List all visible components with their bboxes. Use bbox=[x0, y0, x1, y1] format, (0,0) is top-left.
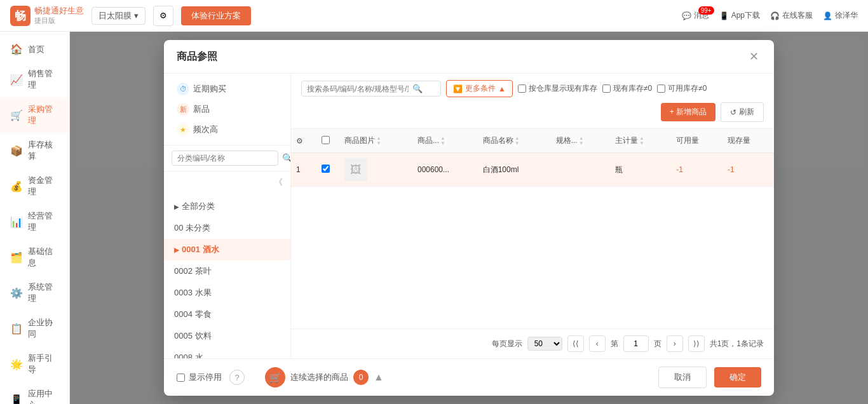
guide-icon: 🌟 bbox=[10, 358, 23, 370]
msg-icon-item[interactable]: 💬 消息 99+ bbox=[682, 10, 709, 21]
table-body: 1 🖼 000600... 白酒100ml bbox=[291, 153, 774, 187]
sort-code[interactable]: 商品... ▲▼ bbox=[417, 135, 473, 146]
cat-0002[interactable]: 0002 茶叶 bbox=[164, 260, 290, 282]
app-download-item[interactable]: 📱 App下载 bbox=[719, 10, 760, 21]
sidebar-item-guide[interactable]: 🌟 新手引导 bbox=[0, 346, 69, 382]
branch-selector[interactable]: 日太阳膜 ▾ bbox=[92, 7, 146, 25]
recent-purchase[interactable]: ⏱ 近期购买 bbox=[172, 79, 283, 99]
logo-icon: 畅 bbox=[10, 6, 31, 26]
modal-close-button[interactable]: ✕ bbox=[746, 49, 761, 64]
td-unit: 瓶 bbox=[610, 153, 671, 187]
trial-btn[interactable]: 体验行业方案 bbox=[181, 6, 251, 25]
category-search-input[interactable] bbox=[172, 151, 278, 166]
product-table: ⚙ 商品图片 ▲▼ bbox=[291, 129, 774, 328]
quick-access: ⏱ 近期购买 新 新品 ★ 频次高 bbox=[164, 74, 290, 145]
cat-0003[interactable]: 0003 水果 bbox=[164, 282, 290, 304]
td-index: 1 bbox=[291, 153, 316, 187]
sort-spec[interactable]: 规格... ▲▼ bbox=[556, 135, 605, 146]
sort-image[interactable]: 商品图片 ▲▼ bbox=[344, 135, 407, 146]
cat-0001[interactable]: ▶ 0001 酒水 bbox=[164, 239, 290, 260]
select-all-checkbox[interactable] bbox=[322, 136, 330, 144]
th-name: 商品名称 ▲▼ bbox=[478, 129, 551, 153]
category-list: ▶ 全部分类 00 未分类 ▶ 0001 酒水 0002 茶 bbox=[164, 193, 290, 358]
product-panel: 🔍 🔽 更多条件 ▲ 按仓库显示现有库存 bbox=[291, 74, 774, 358]
chevron-down-icon: ▾ bbox=[134, 11, 139, 20]
sidebar-item-purchase[interactable]: 🛒 采购管理 bbox=[0, 97, 69, 133]
td-code: 000600... bbox=[412, 153, 478, 187]
new-products[interactable]: 新 新品 bbox=[172, 99, 283, 119]
user-avatar: 👤 bbox=[823, 11, 832, 20]
chevron-up-icon: ▲ bbox=[498, 84, 506, 93]
prev-page-btn[interactable]: ‹ bbox=[589, 335, 606, 352]
warehouse-stock-checkbox[interactable]: 按仓库显示现有库存 bbox=[518, 83, 597, 94]
sidebar-item-finance[interactable]: 💰 资金管理 bbox=[0, 168, 69, 204]
product-search-input[interactable] bbox=[307, 84, 409, 93]
refresh-btn[interactable]: ↺ 刷新 bbox=[721, 102, 764, 122]
enterprise-icon: 📋 bbox=[10, 323, 23, 335]
th-stock: 现存量 bbox=[722, 129, 774, 153]
settings-icon[interactable]: ⚙ bbox=[296, 137, 303, 145]
sidebar-item-enterprise[interactable]: 📋 企业协同 bbox=[0, 311, 69, 346]
th-code: 商品... ▲▼ bbox=[412, 129, 478, 153]
collapse-cart-icon[interactable]: ▲ bbox=[374, 372, 384, 383]
sidebar-item-app-center[interactable]: 📱 应用中心 bbox=[0, 382, 69, 404]
gear-button[interactable]: ⚙ bbox=[153, 6, 173, 26]
product-search-icon[interactable]: 🔍 bbox=[412, 84, 423, 93]
th-image: 商品图片 ▲▼ bbox=[339, 129, 412, 153]
nonzero-stock-checkbox[interactable]: 现有库存≠0 bbox=[602, 83, 652, 94]
td-spec bbox=[551, 153, 610, 187]
products-table-element: ⚙ 商品图片 ▲▼ bbox=[291, 129, 774, 187]
cart-icon[interactable]: 🛒 bbox=[265, 367, 285, 387]
category-search: 🔍 bbox=[164, 145, 290, 172]
sidebar-item-basic-info[interactable]: 🗂️ 基础信息 bbox=[0, 239, 69, 275]
page-label: 第 bbox=[611, 339, 618, 349]
td-checkbox[interactable] bbox=[316, 153, 339, 187]
cat-all[interactable]: ▶ 全部分类 bbox=[164, 196, 290, 217]
user-label: 徐泽华 bbox=[835, 10, 858, 21]
service-item[interactable]: 🎧 在线客服 bbox=[770, 10, 813, 21]
th-unit: 主计量 ▲▼ bbox=[610, 129, 671, 153]
sidebar-item-system[interactable]: ⚙️ 系统管理 bbox=[0, 275, 69, 311]
th-available: 可用量 bbox=[671, 129, 722, 153]
product-toolbar: 🔍 🔽 更多条件 ▲ 按仓库显示现有库存 bbox=[291, 74, 774, 129]
modal-body: ⏱ 近期购买 新 新品 ★ 频次高 bbox=[164, 74, 774, 358]
cat-0004[interactable]: 0004 零食 bbox=[164, 304, 290, 325]
app-label: App下载 bbox=[731, 10, 760, 21]
td-stock: -1 bbox=[722, 153, 774, 187]
sort-unit[interactable]: 主计量 ▲▼ bbox=[615, 135, 666, 146]
collapse-btn[interactable]: 《 bbox=[164, 172, 290, 193]
modal-footer: 显示停用 ? 🛒 连续选择的商品 0 ▲ 取消 确定 bbox=[164, 358, 774, 396]
table-row[interactable]: 1 🖼 000600... 白酒100ml bbox=[291, 153, 774, 187]
cat-00[interactable]: 00 未分类 bbox=[164, 217, 290, 239]
sidebar-item-sales[interactable]: 📈 销售管理 bbox=[0, 62, 69, 97]
page-input[interactable] bbox=[623, 335, 649, 352]
confirm-btn[interactable]: 确定 bbox=[714, 367, 761, 387]
product-search-box: 🔍 bbox=[301, 81, 441, 97]
frequent-products[interactable]: ★ 频次高 bbox=[172, 119, 283, 140]
help-icon[interactable]: ? bbox=[229, 370, 245, 385]
first-page-btn[interactable]: ⟨⟨ bbox=[567, 335, 584, 352]
td-name: 白酒100ml bbox=[478, 153, 551, 187]
category-search-icon[interactable]: 🔍 bbox=[282, 153, 291, 163]
new-icon: 新 bbox=[177, 103, 189, 116]
more-filter-btn[interactable]: 🔽 更多条件 ▲ bbox=[446, 80, 513, 97]
sort-name[interactable]: 商品名称 ▲▼ bbox=[483, 135, 546, 146]
th-settings: ⚙ bbox=[291, 129, 316, 153]
td-image: 🖼 bbox=[339, 153, 412, 187]
sidebar-item-inventory[interactable]: 📦 库存核算 bbox=[0, 133, 69, 168]
sidebar-item-home[interactable]: 🏠 首页 bbox=[0, 37, 69, 62]
cat-0008[interactable]: 0008 水 bbox=[164, 347, 290, 358]
add-product-btn[interactable]: + 新增商品 bbox=[661, 103, 715, 121]
page-size-select[interactable]: 50 100 200 bbox=[527, 337, 562, 351]
row-checkbox[interactable] bbox=[322, 165, 330, 173]
next-page-btn[interactable]: › bbox=[667, 335, 683, 352]
th-checkbox bbox=[316, 129, 339, 153]
user-item[interactable]: 👤 徐泽华 bbox=[823, 10, 858, 21]
available-nonzero-checkbox[interactable]: 可用库存≠0 bbox=[657, 83, 707, 94]
nav-icons: 💬 消息 99+ 📱 App下载 🎧 在线客服 👤 徐泽华 bbox=[682, 10, 858, 21]
cat-0005[interactable]: 0005 饮料 bbox=[164, 325, 290, 347]
cancel-btn[interactable]: 取消 bbox=[658, 367, 707, 388]
sidebar-item-operations[interactable]: 📊 经营管理 bbox=[0, 204, 69, 239]
show-disabled-checkbox[interactable]: 显示停用 bbox=[177, 372, 222, 383]
last-page-btn[interactable]: ⟩⟩ bbox=[688, 335, 705, 352]
